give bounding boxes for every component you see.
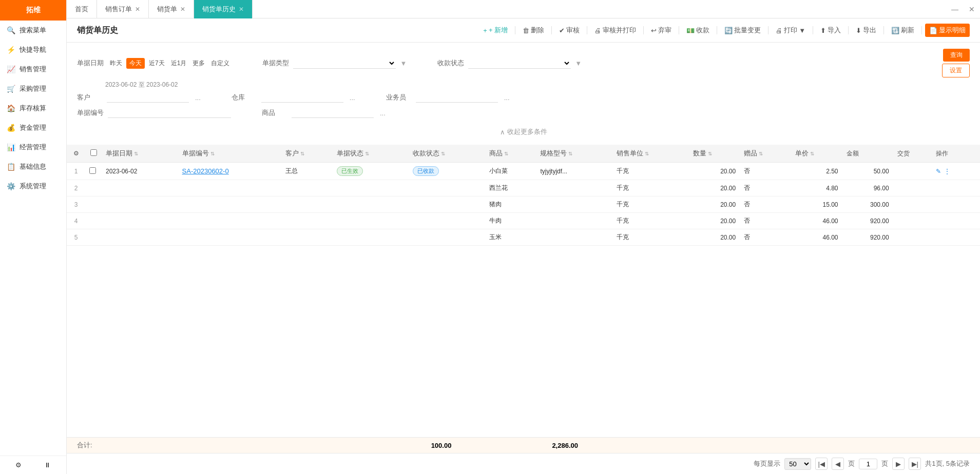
row-trade — [893, 163, 932, 180]
th-gear[interactable]: ⚙ — [67, 145, 85, 163]
sidebar-item-inventory-calc[interactable]: 🏠 库存核算 — [0, 98, 66, 118]
export-button[interactable]: ⬇ 导出 — [852, 24, 880, 37]
row-goods: 西兰花 — [485, 180, 536, 196]
sidebar-item-system-mgmt[interactable]: ⚙️ 系统管理 — [0, 176, 66, 196]
refresh-button[interactable]: 🔃 刷新 — [887, 24, 918, 37]
pause-bottom-icon[interactable]: ⏸ — [44, 461, 51, 469]
sidebar-item-operations-mgmt[interactable]: 📊 经营管理 — [0, 137, 66, 157]
row-check[interactable] — [85, 180, 102, 196]
th-gift[interactable]: 赠品⇅ — [740, 145, 791, 163]
per-page-select[interactable]: 50 100 200 — [784, 458, 811, 470]
th-doc-status[interactable]: 单据状态⇅ — [333, 145, 409, 163]
row-check[interactable] — [85, 196, 102, 213]
sidebar-item-purchase-mgmt[interactable]: 🛒 采购管理 — [0, 79, 66, 98]
goods-input[interactable] — [292, 108, 374, 118]
staff-input[interactable] — [416, 92, 498, 103]
per-page-label: 每页显示 — [754, 459, 780, 468]
collect-status-filter-item: 收款状态 ▼ — [437, 57, 582, 69]
th-collect-status[interactable]: 收款状态⇅ — [409, 145, 485, 163]
warehouse-input[interactable] — [261, 92, 343, 103]
first-page-button[interactable]: |◀ — [815, 458, 828, 470]
close-sales-goods-tab[interactable]: ✕ — [180, 6, 185, 13]
row-price: 46.00 — [791, 213, 842, 229]
close-window-btn[interactable]: ✕ — [964, 5, 980, 13]
close-sales-order-tab[interactable]: ✕ — [135, 6, 140, 13]
sidebar-item-basic-info[interactable]: 📋 基础信息 — [0, 157, 66, 176]
doc-type-select[interactable] — [293, 57, 396, 69]
sidebar-item-quick-nav[interactable]: ⚡ 快捷导航 — [0, 40, 66, 60]
goods-dots[interactable]: ... — [380, 109, 386, 117]
close-sales-history-tab[interactable]: ✕ — [239, 6, 244, 13]
show-detail-button[interactable]: 📄 显示明细 — [925, 24, 970, 37]
th-spec[interactable]: 规格型号⇅ — [536, 145, 612, 163]
more-action-btn[interactable]: ⋮ — [944, 168, 950, 175]
sidebar-item-finance-mgmt[interactable]: 💰 资金管理 — [0, 118, 66, 137]
divider — [643, 26, 644, 34]
row-date — [102, 213, 178, 229]
date-option-7days[interactable]: 近7天 — [147, 58, 167, 69]
th-goods[interactable]: 商品⇅ — [485, 145, 536, 163]
page-number-input[interactable] — [859, 459, 877, 469]
row-check[interactable] — [85, 163, 102, 180]
last-page-button[interactable]: ▶| — [909, 458, 921, 470]
customer-input[interactable] — [107, 92, 189, 103]
check-all[interactable] — [90, 149, 97, 156]
print-button[interactable]: 🖨 打印 ▼ — [772, 24, 810, 37]
th-date[interactable]: 单据日期⇅ — [102, 145, 178, 163]
goods-filter-item: 商品 ... — [262, 108, 386, 118]
warehouse-dots[interactable]: ... — [350, 94, 355, 102]
tab-sales-goods[interactable]: 销货单 ✕ — [149, 0, 194, 18]
collect-button[interactable]: 💵 收款 — [682, 24, 714, 37]
row-qty: 20.00 — [689, 180, 740, 196]
collapse-button[interactable]: ∧ 收起更多条件 — [498, 125, 549, 139]
prev-page-button[interactable]: ◀ — [832, 458, 844, 470]
date-option-today[interactable]: 今天 — [126, 58, 145, 69]
collect-status-select[interactable] — [468, 57, 571, 69]
import-button[interactable]: ⬆ 导入 — [816, 24, 845, 37]
row-checkbox[interactable] — [89, 167, 96, 174]
query-button[interactable]: 查询 — [943, 49, 970, 62]
row-doc-no — [178, 196, 281, 213]
date-option-yesterday[interactable]: 昨天 — [108, 58, 124, 69]
delete-button[interactable]: 🗑 删除 — [518, 24, 548, 37]
tab-home[interactable]: 首页 — [67, 0, 97, 18]
th-check[interactable] — [85, 145, 102, 163]
audit-print-button[interactable]: 🖨 审核并打印 — [590, 24, 640, 37]
row-gift: 否 — [740, 229, 791, 246]
row-action — [932, 180, 980, 196]
row-customer — [281, 229, 333, 246]
abandon-button[interactable]: ↩ 弃审 — [647, 24, 676, 37]
batch-change-button[interactable]: 🔄 批量变更 — [720, 24, 765, 37]
inventory-icon: 🏠 — [6, 104, 15, 113]
row-customer — [281, 180, 333, 196]
setting-button[interactable]: 设置 — [942, 64, 970, 77]
tab-sales-order[interactable]: 销售订单 ✕ — [97, 0, 149, 18]
sidebar-item-sales-mgmt[interactable]: 📈 销售管理 — [0, 60, 66, 79]
th-unit[interactable]: 销售单位⇅ — [612, 145, 689, 163]
th-price[interactable]: 单价⇅ — [791, 145, 842, 163]
audit-button[interactable]: ✔ 审核 — [555, 24, 584, 37]
finance-icon: 💰 — [6, 123, 15, 132]
minimize-btn[interactable]: — — [946, 5, 964, 13]
new-button[interactable]: + + 新增 — [479, 24, 512, 37]
settings-bottom-icon[interactable]: ⚙ — [15, 461, 22, 469]
th-qty[interactable]: 数量⇅ — [689, 145, 740, 163]
th-customer[interactable]: 客户⇅ — [281, 145, 333, 163]
date-option-more[interactable]: 更多 — [190, 58, 207, 69]
row-check[interactable] — [85, 229, 102, 246]
doc-no-link[interactable]: SA-20230602-0 — [182, 167, 229, 175]
th-doc-no[interactable]: 单据编号⇅ — [178, 145, 281, 163]
pagination: 每页显示 50 100 200 |◀ ◀ 页 页 ▶ ▶| 共1页, 5条记录 — [67, 453, 980, 474]
doc-no-input[interactable] — [108, 108, 231, 118]
staff-dots[interactable]: ... — [504, 94, 510, 102]
date-option-custom[interactable]: 自定义 — [209, 58, 232, 69]
edit-action-btn[interactable]: ✎ — [936, 168, 941, 175]
sort-spec-icon: ⇅ — [568, 151, 572, 156]
row-check[interactable] — [85, 213, 102, 229]
sidebar-item-search-menu[interactable]: 🔍 搜索菜单 — [0, 21, 66, 40]
date-option-1month[interactable]: 近1月 — [169, 58, 189, 69]
tab-sales-history[interactable]: 销货单历史 ✕ — [194, 0, 253, 18]
divider — [883, 26, 884, 34]
customer-dots[interactable]: ... — [195, 94, 201, 102]
next-page-button[interactable]: ▶ — [892, 458, 905, 470]
